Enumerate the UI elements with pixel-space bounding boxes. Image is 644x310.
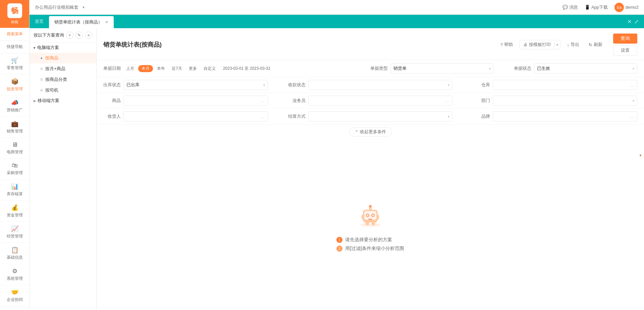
app-download-icon: 📱: [585, 5, 590, 10]
message-label: 消息: [569, 4, 578, 10]
app-download-btn[interactable]: 📱 App下载: [585, 4, 608, 10]
collapse-more-btn[interactable]: ⌃ 收起更多条件: [349, 127, 392, 137]
doc-type-label: 单据类型: [370, 65, 390, 71]
user-avatar-btn[interactable]: Ea demo2: [614, 3, 639, 12]
sidebar-item-newbie[interactable]: 🌟 新手引导: [0, 306, 29, 310]
tab-sales-stats[interactable]: 销货单统计表（按商品） ✕: [49, 16, 114, 28]
finance-icon: 💰: [11, 204, 18, 211]
finance-label: 资金管理: [7, 212, 23, 218]
pc-group-collapse-icon: ▾: [34, 46, 35, 50]
export-btn[interactable]: ↓ 导出: [565, 40, 582, 49]
retail-label: 零售管理: [7, 65, 23, 71]
sidebar-item-sales[interactable]: 💼 销售管理: [0, 117, 29, 138]
tab-close-icon[interactable]: ✕: [105, 20, 108, 24]
refresh-btn[interactable]: ↻ 刷新: [586, 40, 605, 49]
doc-type-select[interactable]: 销货单 ▾: [390, 63, 494, 73]
sidebar-item-wholesale[interactable]: 📦 批发管理 ▴: [0, 74, 29, 96]
scheme-mobile-group-header[interactable]: ▶ 移动端方案: [30, 96, 96, 106]
scheme-pc-group: ▾ 电脑端方案 ● 按商品 ≡ 按月+商品 ≡ 按商品分类: [30, 43, 96, 96]
user-name: demo2: [625, 5, 639, 10]
date-range-value: 2023-03-01 至 2023-03-31: [223, 66, 270, 71]
doc-type-value: 销货单: [393, 65, 489, 71]
search-menu-label[interactable]: 搜索菜单: [7, 31, 23, 37]
salesperson-input[interactable]: …: [308, 96, 453, 106]
department-select[interactable]: ▾: [493, 96, 637, 106]
print-main-btn[interactable]: 🖨 按模板打印: [520, 40, 554, 49]
refresh-icon: ↻: [589, 42, 592, 47]
doc-status-select[interactable]: 已生效 ▾: [534, 63, 637, 73]
sidebar-item-basic[interactable]: 📋 基础信息: [0, 243, 29, 264]
warehouse-input[interactable]: …: [493, 80, 637, 90]
scheme-panel-actions: + ✎ «: [66, 32, 92, 39]
settings-button[interactable]: 设置: [613, 45, 637, 56]
stock-out-label: 出库状态: [103, 82, 123, 88]
settlement-select[interactable]: ▾: [308, 111, 453, 121]
empty-state: 1 请先选择要分析的方案 2 用[过滤]条件来缩小分析范围: [97, 139, 644, 310]
doc-type-arrow-icon: ▾: [489, 67, 491, 70]
date-tab-last-7[interactable]: 近7天: [169, 65, 185, 72]
collapse-btn-label: 收起更多条件: [360, 129, 386, 135]
department-arrow-icon: ▾: [633, 99, 634, 103]
filter-settlement-block: 结算方式 ▾: [288, 111, 453, 121]
tabbar-close-btn[interactable]: ✕: [627, 18, 632, 25]
collapse-arrow-icon: ⌃: [355, 130, 359, 135]
date-tab-more[interactable]: 更多: [186, 65, 200, 72]
sidebar-search[interactable]: 搜索菜单: [0, 28, 29, 41]
avatar-initials: Ea: [617, 5, 622, 9]
scheme-item-by-product[interactable]: ● 按商品: [30, 53, 96, 63]
print-dropdown-btn[interactable]: ▾: [554, 42, 560, 48]
sidebar-quick-nav[interactable]: 快捷导航: [0, 41, 29, 53]
tip-text-2: 用[过滤]条件来缩小分析范围: [345, 246, 404, 252]
query-button[interactable]: 查询: [613, 34, 637, 44]
sidebar-logo[interactable]: 畅 标账: [0, 0, 29, 28]
sidebar-item-finance[interactable]: 💰 资金管理: [0, 201, 29, 222]
date-tab-this-year[interactable]: 本年: [154, 65, 168, 72]
scheme-item-by-category[interactable]: ≡ 按商品分类: [30, 74, 96, 85]
sidebar-item-ecommerce[interactable]: 🖥 电商管理: [0, 138, 29, 159]
enterprise-icon: 🤝: [11, 289, 18, 296]
sidebar-item-inventory[interactable]: 📊 库存核算: [0, 179, 29, 201]
empty-tip-2: 2 用[过滤]条件来缩小分析范围: [336, 246, 404, 252]
empty-tip-1: 1 请先选择要分析的方案: [336, 237, 404, 243]
doc-status-label: 单据状态: [514, 65, 534, 71]
date-tab-this-month[interactable]: 本月: [138, 65, 153, 72]
consignee-input[interactable]: …: [123, 111, 268, 121]
quick-nav-label[interactable]: 快捷导航: [7, 44, 23, 50]
print-icon: 🖨: [523, 42, 528, 47]
scheme-add-btn[interactable]: +: [66, 32, 73, 39]
payment-select[interactable]: ▾: [308, 80, 453, 90]
brand-input[interactable]: …: [493, 111, 637, 121]
stock-out-select[interactable]: 已出库 ▾: [123, 80, 268, 90]
sidebar-item-operations[interactable]: 📈 经营管理: [0, 222, 29, 243]
tip-text-1: 请先选择要分析的方案: [345, 237, 392, 243]
sidebar-item-retail[interactable]: 🛒 零售管理 ▾: [0, 53, 29, 74]
date-tab-last-month[interactable]: 上月: [123, 65, 137, 72]
sidebar-item-marketing[interactable]: 📣 营销推广: [0, 96, 29, 117]
scheme-item-by-machine[interactable]: ≡ 按司机: [30, 85, 96, 96]
scheme-collapse-btn[interactable]: «: [85, 32, 92, 39]
svg-rect-7: [368, 219, 372, 220]
operations-icon: 📈: [11, 225, 18, 232]
scheme-pc-group-header[interactable]: ▾ 电脑端方案: [30, 43, 96, 53]
wholesale-icon: 📦: [11, 78, 18, 85]
sidebar-item-system[interactable]: ⚙ 系统管理: [0, 264, 29, 285]
help-btn[interactable]: ? 帮助: [498, 40, 516, 49]
scheme-item-by-month-product[interactable]: ≡ 按月+商品: [30, 63, 96, 74]
by-month-product-label: 按月+商品: [45, 66, 65, 72]
product-input[interactable]: …: [123, 96, 268, 106]
tab-home[interactable]: 首页: [30, 15, 49, 28]
brand-label: 品牌: [473, 113, 493, 119]
topbar-dropdown-icon[interactable]: ▾: [83, 5, 85, 10]
sidebar-item-purchase[interactable]: 🛍 采购管理: [0, 159, 29, 179]
svg-point-0: [360, 223, 380, 227]
tabbar-maximize-btn[interactable]: ⤢: [634, 18, 639, 25]
date-tab-custom[interactable]: 自定义: [201, 65, 218, 72]
sidebar-item-enterprise[interactable]: 🤝 企业协同: [0, 285, 29, 306]
message-btn[interactable]: 💬 消息: [562, 4, 578, 10]
scheme-edit-btn[interactable]: ✎: [75, 32, 83, 39]
filter-row-4: 收货人 … 结算方式 ▾ 品牌: [97, 109, 644, 124]
stock-out-arrow-icon: ▾: [263, 83, 265, 87]
tip-num-1: 1: [336, 237, 342, 243]
export-icon: ↓: [567, 42, 570, 47]
by-category-label: 按商品分类: [45, 76, 67, 83]
